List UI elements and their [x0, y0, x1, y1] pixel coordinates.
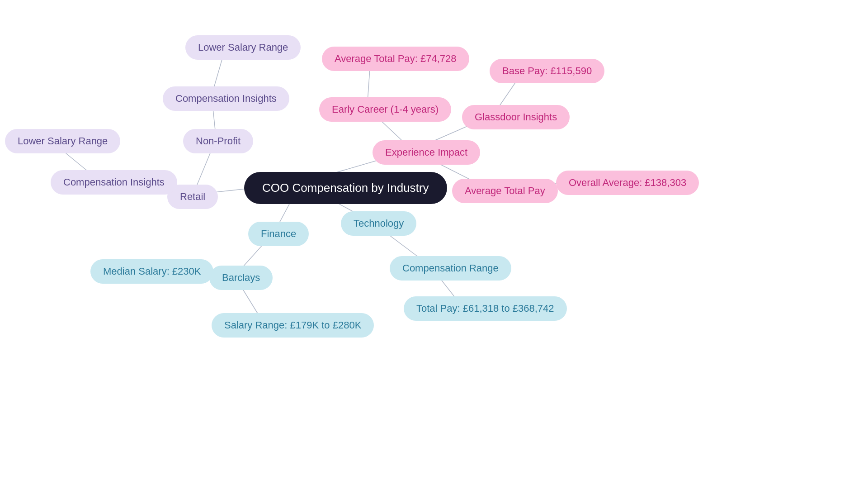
early-career-node: Early Career (1-4 years) [319, 97, 451, 122]
avg-total-pay-right-node: Average Total Pay [452, 179, 558, 203]
lower-salary-left-node: Lower Salary Range [5, 129, 120, 153]
connection-lines [0, 0, 868, 490]
overall-average-node: Overall Average: £138,303 [556, 171, 699, 195]
finance-node: Finance [248, 222, 309, 246]
non-profit-node: Non-Profit [183, 129, 253, 153]
avg-total-pay-top-node: Average Total Pay: £74,728 [322, 47, 469, 71]
glassdoor-insights-node: Glassdoor Insights [462, 105, 570, 129]
total-pay-node: Total Pay: £61,318 to £368,742 [404, 296, 567, 321]
comp-insights-mid-node: Compensation Insights [163, 86, 289, 111]
base-pay-node: Base Pay: £115,590 [490, 59, 604, 83]
lower-salary-mid-node: Lower Salary Range [185, 35, 301, 60]
comp-insights-left-node: Compensation Insights [51, 170, 177, 195]
median-salary-node: Median Salary: £230K [90, 259, 213, 284]
center-node: COO Compensation by Industry [244, 172, 447, 204]
technology-node: Technology [341, 211, 416, 236]
barclays-node: Barclays [209, 266, 273, 290]
comp-range-node: Compensation Range [390, 256, 511, 281]
experience-impact-node: Experience Impact [373, 140, 480, 165]
salary-range-node: Salary Range: £179K to £280K [212, 313, 374, 338]
